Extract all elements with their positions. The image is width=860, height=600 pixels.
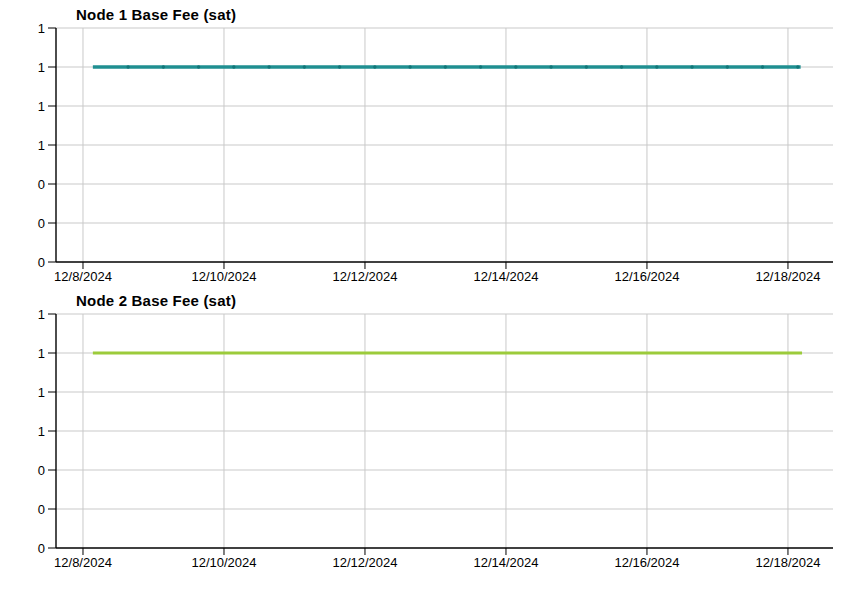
- y-tick-label: 0: [38, 216, 45, 231]
- y-tick-label: 1: [38, 99, 45, 114]
- y-tick-label: 1: [38, 385, 45, 400]
- x-tick-label: 12/16/2024: [614, 269, 679, 284]
- chart-node-2-plot-area: 111100012/8/202412/10/202412/12/202412/1…: [0, 286, 860, 600]
- x-tick-label: 12/10/2024: [191, 269, 256, 284]
- x-tick-label: 12/16/2024: [614, 555, 679, 570]
- y-tick-label: 0: [38, 177, 45, 192]
- x-tick-label: 12/10/2024: [191, 555, 256, 570]
- chart-node-1-title: Node 1 Base Fee (sat): [76, 6, 236, 23]
- chart-node-2-base-fee: 111100012/8/202412/10/202412/12/202412/1…: [0, 286, 860, 600]
- y-tick-label: 1: [38, 21, 45, 36]
- x-tick-label: 12/12/2024: [332, 555, 397, 570]
- x-tick-label: 12/8/2024: [54, 269, 112, 284]
- y-tick-label: 0: [38, 502, 45, 517]
- chart-node-1-plot-area: 111100012/8/202412/10/202412/12/202412/1…: [0, 0, 860, 286]
- y-tick-label: 1: [38, 307, 45, 322]
- chart-node-1-base-fee: 111100012/8/202412/10/202412/12/202412/1…: [0, 0, 860, 286]
- x-tick-label: 12/8/2024: [54, 555, 112, 570]
- x-tick-label: 12/12/2024: [332, 269, 397, 284]
- y-tick-label: 0: [38, 463, 45, 478]
- y-tick-label: 1: [38, 424, 45, 439]
- x-tick-label: 12/14/2024: [473, 269, 538, 284]
- dashboard-canvas: 111100012/8/202412/10/202412/12/202412/1…: [0, 0, 860, 600]
- y-tick-label: 0: [38, 541, 45, 556]
- chart-node-2-title: Node 2 Base Fee (sat): [76, 292, 236, 309]
- y-tick-label: 0: [38, 255, 45, 270]
- y-tick-label: 1: [38, 60, 45, 75]
- y-tick-label: 1: [38, 346, 45, 361]
- y-tick-label: 1: [38, 138, 45, 153]
- x-tick-label: 12/14/2024: [473, 555, 538, 570]
- x-tick-label: 12/18/2024: [755, 555, 820, 570]
- x-tick-label: 12/18/2024: [755, 269, 820, 284]
